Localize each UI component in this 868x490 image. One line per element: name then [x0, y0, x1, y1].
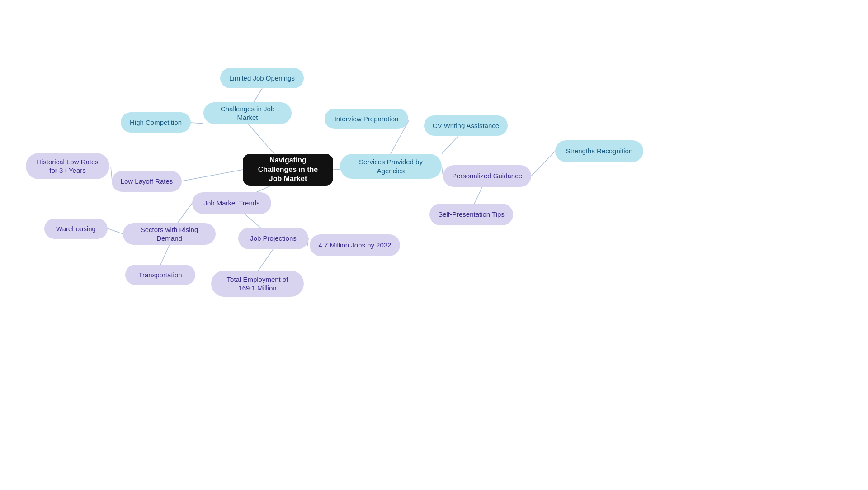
svg-line-11	[258, 249, 273, 271]
self-presentation-tips-node: Self-Presentation Tips	[429, 204, 513, 225]
mind-map-connections	[0, 0, 868, 490]
services-agencies-node: Services Provided by Agencies	[340, 154, 442, 179]
strengths-recognition-node: Strengths Recognition	[555, 140, 643, 162]
svg-line-3	[182, 170, 243, 181]
million-jobs-node: 4.7 Million Jobs by 2032	[310, 234, 400, 256]
low-layoff-rates-node: Low Layoff Rates	[112, 171, 182, 192]
job-market-trends-node: Job Market Trends	[192, 192, 271, 214]
sectors-rising-demand-node: Sectors with Rising Demand	[123, 223, 216, 245]
warehousing-node: Warehousing	[44, 219, 108, 239]
total-employment-node: Total Employment of 169.1 Million	[211, 271, 304, 297]
svg-line-17	[531, 151, 555, 176]
svg-line-8	[160, 245, 170, 265]
svg-line-7	[108, 228, 123, 234]
job-projections-node: Job Projections	[238, 228, 308, 249]
limited-job-openings-node: Limited Job Openings	[220, 68, 304, 88]
historical-low-node: Historical Low Rates for 3+ Years	[26, 153, 109, 179]
personalized-guidance-node: Personalized Guidance	[443, 165, 531, 187]
high-competition-node: High Competition	[121, 112, 191, 133]
cv-writing-node: CV Writing Assistance	[424, 115, 508, 136]
challenges-job-market-node: Challenges in Job Market	[203, 102, 292, 124]
interview-preparation-node: Interview Preparation	[325, 109, 408, 129]
center-node: Navigating Challenges in the Job Market	[243, 154, 333, 186]
transportation-node: Transportation	[125, 265, 195, 285]
